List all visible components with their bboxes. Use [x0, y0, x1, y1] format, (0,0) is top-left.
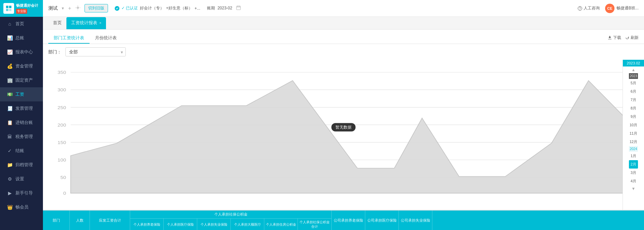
svg-rect-5	[236, 6, 240, 10]
sidebar-icon-进销台账: 📋	[7, 120, 13, 125]
th-个人承担社保公积金合计: 个人承担社保公积金合计	[298, 219, 331, 230]
sidebar-item-报表中心[interactable]: 📈报表中心	[0, 45, 43, 59]
chart-container: 350 300 250 200 150 100 50 0 暂无数据	[43, 60, 644, 210]
subtab-dept[interactable]: 部门工资统计表	[48, 33, 90, 44]
download-button[interactable]: 下载	[608, 35, 621, 41]
project-dropdown-icon[interactable]: ▾	[62, 6, 64, 11]
tab-home[interactable]: 首页	[48, 17, 66, 29]
svg-text:0: 0	[63, 191, 66, 196]
tab-payroll-report[interactable]: 工资统计报表 ×	[66, 17, 106, 29]
th-个人承担大额医疗: 个人承担大额医疗	[231, 219, 264, 230]
date-panel-up[interactable]: ▲	[631, 66, 637, 73]
filter-bar: 部门： 全部 销售部 财务部 技术部 人事部	[43, 44, 644, 60]
user-menu[interactable]: CE 畅捷通B班...	[605, 4, 639, 13]
sidebar-item-进销台账[interactable]: 📋进销台账	[0, 116, 43, 130]
sidebar-label: 资金管理	[15, 63, 33, 69]
period-label: 账期 2023-02	[207, 5, 232, 11]
th-人数: 人数	[70, 211, 90, 230]
sidebar-item-新手引导[interactable]: ▶新手引导	[0, 186, 43, 200]
svg-text:200: 200	[58, 122, 66, 127]
date-month-2月[interactable]: 2月	[629, 160, 638, 169]
subtab-month[interactable]: 月份统计表	[90, 33, 122, 44]
sidebar-label: 发票管理	[15, 105, 33, 111]
th-公司承担失业保险: 公司承担失业保险	[399, 211, 432, 230]
date-panel-down[interactable]: ▼	[631, 185, 637, 192]
dept-select[interactable]: 全部 销售部 财务部 技术部 人事部	[65, 47, 126, 56]
date-month-3月[interactable]: 3月	[629, 169, 638, 177]
th-部门: 部门	[43, 211, 70, 230]
logo-icon	[3, 3, 14, 14]
date-month-12月[interactable]: 12月	[629, 138, 638, 146]
sidebar-item-发票管理[interactable]: 🧾发票管理	[0, 101, 43, 116]
sidebar-nav: ⌂首页📊总账📈报表中心💰资金管理🏢固定资产💵工资🧾发票管理📋进销台账🏛税务管理✓…	[0, 17, 43, 230]
date-month-8月[interactable]: 8月	[629, 104, 638, 112]
sidebar-label: 税务管理	[15, 134, 33, 140]
sidebar-icon-总账: 📊	[7, 35, 13, 41]
svg-text:250: 250	[58, 105, 66, 110]
th-公司承担医疗保险: 公司承担医疗保险	[365, 211, 399, 230]
date-month-10月[interactable]: 10月	[629, 121, 638, 129]
sidebar-icon-税务管理: 🏛	[7, 134, 13, 139]
sidebar-icon-资金管理: 💰	[7, 63, 13, 69]
table-header: 部门人数应发工资合计个人承担社保公积金个人承担养老保险个人承担医疗保险个人承担失…	[43, 210, 644, 230]
date-month-6月[interactable]: 6月	[629, 87, 638, 96]
th-个人承担养老保险: 个人承担养老保险	[130, 219, 164, 230]
consult-button[interactable]: 人工咨询	[578, 5, 600, 11]
svg-rect-1	[9, 6, 11, 8]
settings-icon[interactable]	[75, 5, 80, 11]
logo-text: 畅捷通好会计 专业版	[16, 3, 38, 14]
date-month-4月[interactable]: 4月	[629, 177, 638, 185]
sidebar-label: 结账	[15, 148, 24, 154]
sidebar: 畅捷通好会计 专业版 ⌂首页📊总账📈报表中心💰资金管理🏢固定资产💵工资🧾发票管理…	[0, 0, 43, 230]
dept-select-wrap: 全部 销售部 财务部 技术部 人事部	[65, 47, 126, 56]
date-month-1月[interactable]: 1月	[629, 152, 638, 160]
sidebar-label: 新手引导	[15, 190, 33, 196]
date-month-9月[interactable]: 9月	[629, 112, 638, 121]
sidebar-item-结账[interactable]: ✓结账	[0, 144, 43, 158]
date-month-5月[interactable]: 5月	[629, 79, 638, 87]
logo-area: 畅捷通好会计 专业版	[0, 0, 43, 17]
verified-badge: ✓ 已认证	[115, 5, 138, 11]
sidebar-item-资金管理[interactable]: 💰资金管理	[0, 59, 43, 73]
sidebar-label: 首页	[15, 21, 24, 27]
date-month-7月[interactable]: 7月	[629, 96, 638, 104]
sidebar-icon-结账: ✓	[7, 148, 13, 153]
th-公司承担养老保险: 公司承担养老保险	[332, 211, 365, 230]
th-group-personal: 个人承担社保公积金个人承担养老保险个人承担医疗保险个人承担失业保险个人承担大额医…	[130, 211, 332, 230]
sidebar-item-固定资产[interactable]: 🏢固定资产	[0, 73, 43, 87]
sidebar-icon-报表中心: 📈	[7, 49, 13, 55]
sidebar-item-税务管理[interactable]: 🏛税务管理	[0, 130, 43, 144]
tabs-bar: 首页 工资统计报表 ×	[43, 17, 644, 30]
svg-text:350: 350	[58, 70, 66, 75]
sidebar-item-设置[interactable]: ⚙设置	[0, 172, 43, 186]
sidebar-item-总账[interactable]: 📊总账	[0, 31, 43, 45]
user-name: 畅捷通B班...	[616, 5, 639, 11]
topbar: 测试 ▾ + 切到旧版 ✓ 已认证 好会计（专） +好生意（标） +... 账期…	[43, 0, 644, 17]
refresh-button[interactable]: 刷新	[625, 35, 639, 41]
switch-oldmode-button[interactable]: 切到旧版	[85, 4, 108, 12]
add-project-button[interactable]: +	[68, 5, 71, 11]
project-title: 测试	[48, 5, 58, 11]
tab-close-icon[interactable]: ×	[99, 21, 101, 25]
sidebar-item-首页[interactable]: ⌂首页	[0, 17, 43, 31]
subtab-actions: 下载 刷新	[608, 35, 639, 42]
date-month-11月[interactable]: 11月	[629, 129, 638, 138]
chart-tooltip: 暂无数据	[331, 123, 356, 132]
date-year-2023[interactable]: 2023	[629, 73, 638, 79]
svg-text:150: 150	[58, 140, 66, 145]
calendar-icon[interactable]	[236, 5, 241, 11]
svg-text:50: 50	[60, 175, 66, 180]
svg-text:300: 300	[58, 87, 66, 92]
sidebar-item-归档管理[interactable]: 📁归档管理	[0, 158, 43, 172]
svg-text:100: 100	[58, 157, 66, 163]
sidebar-label: 进销台账	[15, 120, 33, 126]
svg-rect-2	[6, 9, 8, 11]
sidebar-item-畅会员[interactable]: 👑畅会员	[0, 200, 43, 214]
sidebar-label: 畅会员	[15, 204, 29, 210]
date-year-2024[interactable]: 2024	[629, 146, 638, 152]
sidebar-label: 设置	[15, 176, 24, 182]
dept-filter-label: 部门：	[48, 49, 61, 55]
sidebar-icon-新手引导: ▶	[7, 190, 13, 196]
avatar: CE	[605, 4, 614, 13]
sidebar-item-工资[interactable]: 💵工资	[0, 87, 43, 101]
